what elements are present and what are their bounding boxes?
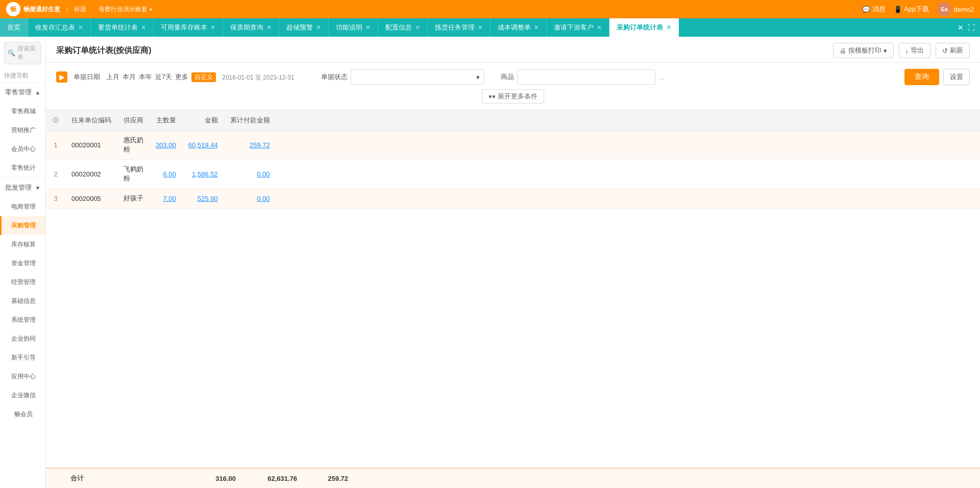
tab-close-icon[interactable]: ✕ [534, 24, 539, 31]
cell-qty[interactable]: 7.00 [150, 189, 182, 209]
top-bar: 畅 畅捷通好生意 | 标题 母婴行业演示账套 ▾ 💬 消息 📱 App下载 Ea… [0, 0, 980, 18]
tab-picking[interactable]: 拣货任务管理 ✕ [428, 18, 491, 37]
tab-close-icon[interactable]: ✕ [597, 24, 602, 31]
refresh-button[interactable]: ↺ 刷新 [936, 43, 970, 58]
logo-icon: 畅 [6, 2, 20, 16]
cell-supplier: 惠氏奶粉 [117, 131, 150, 160]
shortcut-custom[interactable]: 自定义 [191, 72, 216, 82]
sidebar-item-marketing[interactable]: 营销推广 [0, 121, 45, 140]
tab-home-label: 首页 [7, 23, 20, 32]
shortcut-this-month[interactable]: 本月 [122, 72, 136, 82]
tab-close-icon[interactable]: ✕ [478, 24, 483, 31]
sidebar-item-label: 营销推广 [11, 126, 36, 135]
sidebar-item-app-center[interactable]: 应用中心 [0, 367, 45, 386]
tab-close-icon[interactable]: ✕ [141, 24, 146, 31]
sidebar-item-finance[interactable]: 资金管理 [0, 254, 45, 273]
settings-button[interactable]: 设置 [943, 69, 970, 85]
cell-paid[interactable]: 259.72 [224, 131, 276, 160]
filter-more-row: ▾▾ 展开更多条件 [56, 89, 970, 104]
sidebar-item-purchase[interactable]: 采购管理 [0, 216, 45, 235]
cell-code: 00020002 [65, 160, 117, 189]
user-avatar-btn[interactable]: Ea demo2 [937, 2, 974, 16]
tab-close-icon[interactable]: ✕ [666, 24, 671, 31]
sidebar-item-system[interactable]: 系统管理 [0, 311, 45, 329]
tab-expiry[interactable]: 保质期查询 ✕ [223, 18, 279, 37]
tab-available-stock[interactable]: 可用量库存账本 ✕ [154, 18, 223, 37]
tab-close-icon[interactable]: ✕ [78, 24, 83, 31]
sidebar-item-member2[interactable]: 畅会员 [0, 405, 45, 424]
tab-purchase-order[interactable]: 要货单统计表 ✕ [91, 18, 154, 37]
tab-close-icon[interactable]: ✕ [415, 24, 420, 31]
tab-label: 收发存汇总表 [35, 23, 75, 32]
sidebar-item-enterprise[interactable]: 企业协同 [0, 329, 45, 348]
tab-close-icon[interactable]: ✕ [210, 24, 215, 31]
expand-more-btn[interactable]: ▾▾ 展开更多条件 [482, 89, 544, 104]
sidebar-item-retail-mgmt[interactable]: 零售管理 ▲ [0, 83, 45, 102]
cell-code: 00020001 [65, 131, 117, 160]
messages-label: 消息 [872, 5, 886, 14]
messages-btn[interactable]: 💬 消息 [862, 5, 886, 14]
search-input[interactable]: 🔍 搜索菜单 [4, 42, 41, 64]
sidebar-item-operation[interactable]: 经营管理 [0, 273, 45, 292]
sidebar-item-label: 企业微信 [11, 391, 36, 400]
shortcut-last-month[interactable]: 上月 [106, 72, 119, 82]
expand-tabs-icon[interactable]: ⛶ [968, 23, 975, 32]
tab-label: 保质期查询 [230, 23, 263, 32]
sidebar-item-wholesale-mgmt[interactable]: 批发管理 ▼ [0, 178, 45, 197]
filter-row-main: ▶ 单据日期 上月 本月 本年 近7天 更多 自定义 2016-01-01 至 … [56, 69, 970, 85]
filter-toggle-btn[interactable]: ▶ [56, 71, 67, 83]
footer-qty: 316.00 [134, 475, 236, 482]
sidebar-item-member[interactable]: 会员中心 [0, 140, 45, 159]
cell-amount[interactable]: 60,519.44 [182, 131, 224, 160]
print-button[interactable]: 🖨 按模板打印 ▾ [833, 43, 894, 58]
status-select[interactable]: ▾ [351, 69, 484, 85]
tab-invite[interactable]: 邀请下游客户 ✕ [547, 18, 609, 37]
tab-config[interactable]: 配置信息 ✕ [378, 18, 428, 37]
tab-purchase-stats[interactable]: 采购订单统计表 ✕ [609, 18, 679, 37]
tab-label: 邀请下游客户 [554, 23, 594, 32]
cell-qty[interactable]: 6.00 [150, 160, 182, 189]
app-download-label: App下载 [904, 5, 929, 14]
goods-input[interactable] [517, 69, 655, 85]
column-settings-icon[interactable]: ⚙ [52, 116, 59, 124]
filter-area: ▶ 单据日期 上月 本月 本年 近7天 更多 自定义 2016-01-01 至 … [46, 63, 980, 110]
sidebar-nav-title[interactable]: 快捷导航 [0, 67, 45, 82]
sidebar-item-ecommerce[interactable]: 电商管理 [0, 197, 45, 216]
search-icon: 🔍 [8, 49, 15, 57]
query-button[interactable]: 查询 [904, 69, 939, 85]
cell-amount[interactable]: 1,586.52 [182, 160, 224, 189]
app-download-btn[interactable]: 📱 App下载 [894, 5, 929, 14]
user-avatar: Ea [937, 2, 951, 16]
sidebar-item-guide[interactable]: 新手引导 [0, 348, 45, 367]
shortcut-more[interactable]: 更多 [175, 72, 188, 82]
sidebar-item-basic-info[interactable]: 基础信息 [0, 292, 45, 311]
sidebar-item-wechat[interactable]: 企业微信 [0, 386, 45, 405]
tab-overstock[interactable]: 超储预警 ✕ [279, 18, 329, 37]
cell-paid[interactable]: 0.00 [224, 189, 276, 209]
workspace-selector[interactable]: 母婴行业演示账套 ▾ [99, 5, 152, 14]
close-all-icon[interactable]: ✕ [958, 23, 964, 32]
goods-more-icon[interactable]: ... [658, 73, 664, 81]
sidebar-item-retail-stats[interactable]: 零售统计 [0, 159, 45, 177]
tab-function-desc[interactable]: 功能说明 ✕ [329, 18, 378, 37]
sidebar-item-retail-shop[interactable]: 零售商城 [0, 102, 45, 121]
cell-paid[interactable]: 0.00 [224, 160, 276, 189]
tab-home[interactable]: 首页 [0, 18, 28, 37]
cell-qty[interactable]: 303.00 [150, 131, 182, 160]
tab-close-icon[interactable]: ✕ [316, 24, 321, 31]
export-label: 导出 [911, 46, 924, 55]
sidebar-item-label: 零售商城 [11, 107, 36, 116]
tab-receive-send[interactable]: 收发存汇总表 ✕ [28, 18, 91, 37]
footer-label: 合计 [52, 474, 134, 483]
shortcut-7days[interactable]: 近7天 [155, 72, 172, 82]
top-bar-left: 畅 畅捷通好生意 | 标题 母婴行业演示账套 ▾ [6, 2, 152, 16]
sidebar-item-label: 基础信息 [11, 297, 36, 305]
export-button[interactable]: ↓ 导出 [899, 43, 931, 58]
shortcut-this-year[interactable]: 本年 [139, 72, 152, 82]
tab-close-icon[interactable]: ✕ [365, 24, 371, 31]
sidebar-item-inventory[interactable]: 库存核算 [0, 235, 45, 254]
tab-close-icon[interactable]: ✕ [266, 24, 272, 31]
sidebar-item-label: 批发管理 [5, 183, 32, 192]
cell-amount[interactable]: 525.80 [182, 189, 224, 209]
tab-cost-adj[interactable]: 成本调整单 ✕ [491, 18, 547, 37]
